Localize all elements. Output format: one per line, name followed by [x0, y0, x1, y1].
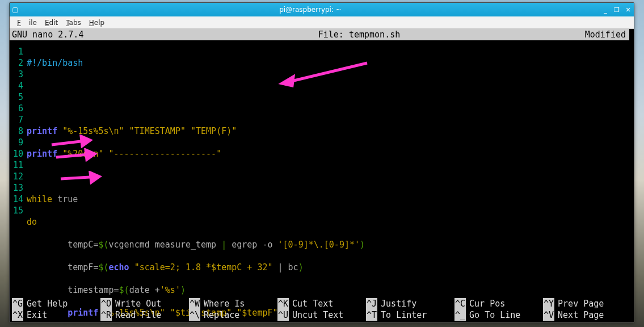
shortcut-key: ^C [454, 298, 466, 309]
line-number: 13 [10, 182, 23, 194]
shortcut-key: ^R [100, 309, 112, 321]
editor-area[interactable]: 123456789101112131415 #!/bin/bash printf… [10, 46, 629, 303]
svg-line-2 [52, 140, 90, 145]
shortcut-item: ^VNext Page [543, 309, 632, 321]
line-number: 11 [10, 160, 23, 171]
shortcut-key: ^J [366, 298, 377, 309]
shortcut-key: ^_ [454, 309, 466, 321]
line-number: 6 [10, 103, 23, 114]
line-number: 4 [10, 80, 23, 91]
line-number: 7 [10, 114, 23, 125]
menubar: File Edit Tabs Help [10, 16, 634, 29]
titlebar[interactable]: ▢ pi@raspberrypi: ~ _ ❐ ✕ [10, 3, 634, 16]
menu-edit[interactable]: Edit [41, 18, 62, 28]
line-number: 1 [10, 46, 23, 57]
line-gutter: 123456789101112131415 [10, 46, 27, 303]
line-number: 2 [10, 57, 23, 69]
menu-file[interactable]: File [13, 18, 41, 28]
shortcut-item: ^XExit [12, 309, 100, 321]
nano-statusbar: GNU nano 2.7.4 File: tempmon.sh Modified [10, 29, 629, 40]
menu-help[interactable]: Help [85, 18, 108, 28]
shortcut-key: ^O [100, 298, 112, 309]
line-number: 9 [10, 137, 23, 148]
menu-tabs[interactable]: Tabs [62, 18, 85, 28]
shortcut-key: ^U [277, 309, 289, 321]
terminal-window: ▢ pi@raspberrypi: ~ _ ❐ ✕ File Edit Tabs… [9, 2, 634, 322]
shortcut-label: Read File [115, 309, 161, 321]
line-number: 12 [10, 171, 23, 182]
shortcut-key: ^G [12, 298, 23, 309]
code-area[interactable]: #!/bin/bash printf "%-15s%5s\n" "TIMESTA… [27, 46, 629, 303]
shortcut-item: ^KCut Text [277, 298, 366, 309]
shortcut-key: ^\ [189, 309, 200, 321]
shortcut-key: ^Y [543, 298, 554, 309]
app-icon: ▢ [10, 6, 21, 14]
shortcut-label: Uncut Text [292, 309, 343, 321]
terminal-body[interactable]: GNU nano 2.7.4 File: tempmon.sh Modified… [10, 29, 634, 322]
shortcut-label: Get Help [27, 298, 68, 309]
window-title: pi@raspberrypi: ~ [21, 6, 600, 14]
shortcut-item: ^_Go To Line [454, 309, 543, 321]
shortcut-label: Justify [381, 298, 416, 309]
shortcut-label: Next Page [558, 309, 604, 321]
shortcut-label: Go To Line [469, 309, 520, 321]
shortcut-item: ^GGet Help [12, 298, 100, 309]
line-number: 10 [10, 148, 23, 160]
shortcut-label: Where Is [204, 298, 245, 309]
shortcut-key: ^X [12, 309, 23, 321]
nano-modified: Modified [561, 29, 629, 40]
shortcut-label: Cut Text [292, 298, 333, 309]
minimize-button[interactable]: _ [600, 4, 611, 15]
line-number: 5 [10, 91, 23, 103]
shortcut-item: ^UUncut Text [277, 309, 366, 321]
shortcut-item: ^YPrev Page [543, 298, 632, 309]
shortcut-label: To Linter [381, 309, 427, 321]
shortcut-key: ^K [277, 298, 289, 309]
nano-filename: File: tempmon.sh [157, 29, 561, 40]
shortcut-item: ^RRead File [100, 309, 189, 321]
shortcut-item: ^TTo Linter [366, 309, 454, 321]
line-number: 15 [10, 205, 23, 216]
shortcut-item: ^\Replace [189, 309, 277, 321]
shortcut-label: Replace [204, 309, 239, 321]
nano-shortcut-bar: ^GGet Help^OWrite Out^WWhere Is^KCut Tex… [10, 298, 634, 322]
maximize-button[interactable]: ❐ [611, 4, 622, 15]
shortcut-item: ^JJustify [366, 298, 454, 309]
shortcut-item: ^CCur Pos [454, 298, 543, 309]
shortcut-key: ^W [189, 298, 200, 309]
shortcut-item: ^WWhere Is [189, 298, 277, 309]
shortcut-label: Write Out [115, 298, 161, 309]
shortcut-key: ^T [366, 309, 377, 321]
svg-marker-3 [81, 136, 90, 146]
shortcut-label: Cur Pos [469, 298, 505, 309]
line-number: 14 [10, 194, 23, 205]
nano-version: GNU nano 2.7.4 [10, 29, 157, 40]
shortcut-label: Exit [27, 309, 47, 321]
line-number: 8 [10, 125, 23, 137]
line-number: 3 [10, 69, 23, 80]
shortcut-label: Prev Page [558, 298, 604, 309]
shortcut-key: ^V [543, 309, 554, 321]
shortcut-item: ^OWrite Out [100, 298, 189, 309]
close-button[interactable]: ✕ [622, 4, 634, 15]
